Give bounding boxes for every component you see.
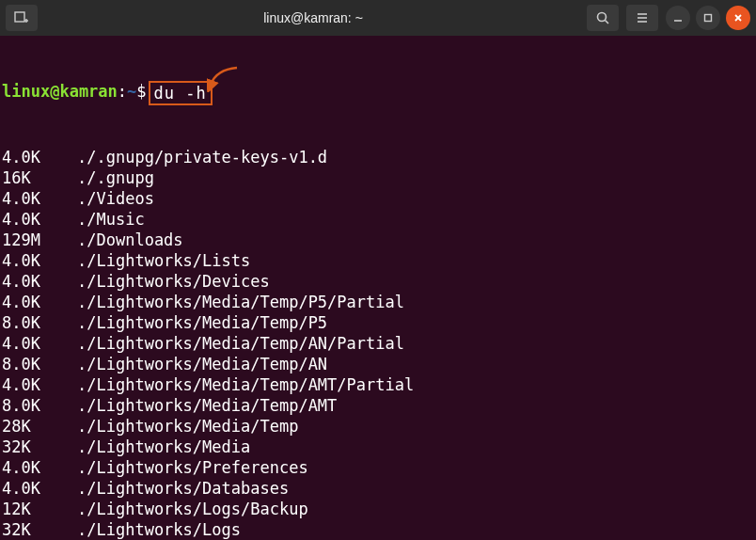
path-value: ./Lightworks/Logs/Backup	[77, 499, 308, 519]
output-row: 12K./Lightworks/Logs/Backup	[2, 499, 754, 519]
output-row: 4.0K./Lightworks/Lists	[2, 250, 754, 271]
maximize-button[interactable]	[696, 6, 720, 30]
path-value: ./Lightworks/Media/Temp/P5/Partial	[77, 292, 404, 312]
output-row: 4.0K./Music	[2, 209, 754, 230]
path-value: ./Lightworks/Media/Temp/AN/Partial	[77, 333, 404, 354]
size-value: 129M	[2, 230, 77, 250]
path-value: ./Lightworks/Logs	[77, 519, 241, 540]
highlighted-command: du -h	[149, 81, 213, 105]
output-row: 4.0K./Lightworks/Media/Temp/P5/Partial	[2, 292, 754, 312]
window-title: linux@kamran: ~	[39, 8, 587, 28]
size-value: 16K	[2, 167, 77, 188]
output-row: 4.0K./Lightworks/Devices	[2, 271, 754, 292]
svg-rect-9	[705, 15, 712, 22]
output-row: 4.0K./Lightworks/Media/Temp/AN/Partial	[2, 333, 754, 354]
output-row: 4.0K./Lightworks/Media/Temp/AMT/Partial	[2, 374, 754, 395]
path-value: ./Lightworks/Databases	[77, 478, 289, 499]
terminal-output[interactable]: linux@kamran:~$du -h 4.0K./.gnupg/privat…	[0, 36, 756, 540]
path-value: ./Lightworks/Media	[77, 437, 250, 457]
output-row: 16K./.gnupg	[2, 167, 754, 188]
svg-line-4	[606, 21, 609, 24]
size-value: 4.0K	[2, 209, 77, 230]
prompt-colon: :	[118, 81, 127, 105]
path-value: ./Lightworks/Media/Temp/AMT/Partial	[77, 374, 414, 395]
output-row: 4.0K./.gnupg/private-keys-v1.d	[2, 147, 754, 167]
path-value: ./Lightworks/Media/Temp	[77, 416, 298, 437]
path-value: ./Music	[77, 209, 145, 230]
output-row: 129M./Downloads	[2, 230, 754, 250]
prompt-dollar: $	[136, 81, 146, 105]
path-value: ./Lightworks/Media/Temp/AMT	[77, 395, 337, 416]
path-value: ./Lightworks/Media/Temp/AN	[77, 354, 327, 374]
path-value: ./.gnupg/private-keys-v1.d	[77, 147, 327, 167]
output-row: 4.0K./Lightworks/Databases	[2, 478, 754, 499]
prompt-user-host: linux@kamran	[2, 81, 118, 105]
size-value: 4.0K	[2, 333, 77, 354]
path-value: ./Lightworks/Devices	[77, 271, 270, 292]
size-value: 32K	[2, 519, 77, 540]
output-row: 8.0K./Lightworks/Media/Temp/P5	[2, 312, 754, 333]
output-row: 32K./Lightworks/Media	[2, 437, 754, 457]
size-value: 4.0K	[2, 478, 77, 499]
size-value: 8.0K	[2, 312, 77, 333]
output-row: 28K./Lightworks/Media/Temp	[2, 416, 754, 437]
output-row: 32K./Lightworks/Logs	[2, 519, 754, 540]
path-value: ./Downloads	[77, 230, 183, 250]
menu-button[interactable]	[626, 5, 658, 31]
close-button[interactable]	[726, 6, 750, 30]
size-value: 4.0K	[2, 271, 77, 292]
path-value: ./.gnupg	[77, 167, 154, 188]
size-value: 4.0K	[2, 292, 77, 312]
size-value: 4.0K	[2, 147, 77, 167]
titlebar: linux@kamran: ~	[0, 0, 756, 36]
size-value: 4.0K	[2, 250, 77, 271]
size-value: 32K	[2, 437, 77, 457]
output-row: 8.0K./Lightworks/Media/Temp/AN	[2, 354, 754, 374]
size-value: 12K	[2, 499, 77, 519]
size-value: 28K	[2, 416, 77, 437]
output-row: 8.0K./Lightworks/Media/Temp/AMT	[2, 395, 754, 416]
svg-rect-0	[15, 12, 24, 22]
path-value: ./Lightworks/Lists	[77, 250, 250, 271]
output-row: 4.0K./Videos	[2, 188, 754, 209]
prompt-path: ~	[127, 81, 136, 105]
size-value: 8.0K	[2, 354, 77, 374]
new-tab-button[interactable]	[6, 5, 38, 31]
path-value: ./Videos	[77, 188, 154, 209]
path-value: ./Lightworks/Media/Temp/P5	[77, 312, 327, 333]
size-value: 4.0K	[2, 374, 77, 395]
size-value: 8.0K	[2, 395, 77, 416]
path-value: ./Lightworks/Preferences	[77, 457, 308, 478]
size-value: 4.0K	[2, 188, 77, 209]
output-row: 4.0K./Lightworks/Preferences	[2, 457, 754, 478]
prompt-line: linux@kamran:~$du -h	[2, 81, 754, 105]
search-button[interactable]	[587, 5, 619, 31]
svg-point-3	[598, 13, 606, 22]
size-value: 4.0K	[2, 457, 77, 478]
minimize-button[interactable]	[666, 6, 690, 30]
